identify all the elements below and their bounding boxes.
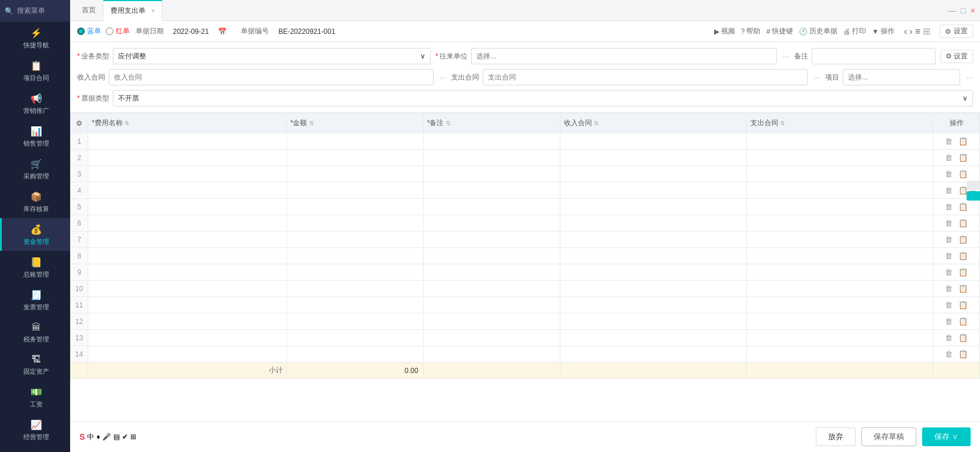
- save-draft-button[interactable]: 保存草稿: [861, 427, 916, 446]
- sidebar-item-sales[interactable]: 📊销售管理: [0, 120, 70, 153]
- maximize-button[interactable]: □: [961, 6, 965, 15]
- delete-icon[interactable]: 🗑: [945, 186, 953, 195]
- copy-icon[interactable]: 📋: [958, 137, 968, 146]
- amount-cell[interactable]: [286, 166, 423, 182]
- expense-contract-cell[interactable]: [746, 330, 933, 346]
- delete-icon[interactable]: 🗑: [945, 153, 953, 162]
- sidebar-item-tax[interactable]: 🏛税务管理: [0, 316, 70, 349]
- delete-icon[interactable]: 🗑: [945, 202, 953, 211]
- expense-name-cell[interactable]: [88, 182, 287, 199]
- note-cell[interactable]: [423, 232, 560, 248]
- delete-icon[interactable]: 🗑: [945, 268, 953, 277]
- sidebar-item-accounting[interactable]: 📒总账管理: [0, 251, 70, 284]
- income-contract-cell[interactable]: [560, 182, 746, 199]
- expense-name-col-header[interactable]: *费用名称 ⇅: [88, 113, 287, 133]
- tab-home[interactable]: 首页: [75, 0, 103, 21]
- note-cell[interactable]: [423, 264, 560, 281]
- tab-close-expense[interactable]: ×: [151, 8, 155, 14]
- sidebar-item-business[interactable]: 📈经营管理: [0, 413, 70, 446]
- sidebar-item-project-contract[interactable]: 📋项目合同: [0, 54, 70, 87]
- amount-cell[interactable]: [286, 264, 423, 281]
- sidebar-item-salary[interactable]: 💵工资: [0, 381, 70, 413]
- expense-name-cell[interactable]: [88, 232, 287, 248]
- copy-icon[interactable]: 📋: [958, 153, 968, 162]
- delete-icon[interactable]: 🗑: [945, 235, 953, 244]
- note-cell[interactable]: [423, 199, 560, 215]
- amount-cell[interactable]: [286, 297, 423, 313]
- expense-contract-cell[interactable]: [746, 281, 933, 297]
- income-contract-cell[interactable]: [560, 264, 746, 281]
- amount-cell[interactable]: [286, 313, 423, 330]
- toolbar-action-history[interactable]: 🕐历史单据: [799, 26, 837, 36]
- income-contract-cell[interactable]: [560, 346, 746, 363]
- delete-icon[interactable]: 🗑: [945, 317, 953, 326]
- income-contract-dots[interactable]: ···: [439, 73, 446, 82]
- copy-icon[interactable]: 📋: [958, 350, 968, 358]
- remark-input[interactable]: [812, 48, 936, 64]
- expense-contract-cell[interactable]: [746, 297, 933, 313]
- note-cell[interactable]: [423, 297, 560, 313]
- sidebar-item-quick-nav[interactable]: ⚡快捷导航: [0, 22, 70, 54]
- toolbar-action-print[interactable]: 🖨打印: [843, 26, 866, 36]
- expense-name-cell[interactable]: [88, 264, 287, 281]
- copy-icon[interactable]: 📋: [958, 202, 968, 211]
- expense-name-cell[interactable]: [88, 346, 287, 363]
- amount-cell[interactable]: [286, 133, 423, 150]
- expense-contract-cell[interactable]: [746, 215, 933, 232]
- expense-name-cell[interactable]: [88, 248, 287, 264]
- income-contract-cell[interactable]: [560, 232, 746, 248]
- amount-cell[interactable]: [286, 150, 423, 166]
- income-contract-input[interactable]: [109, 69, 434, 85]
- radio-red[interactable]: 红单: [106, 26, 130, 36]
- amount-cell[interactable]: [286, 346, 423, 363]
- list-view-button[interactable]: ≡: [915, 26, 920, 37]
- expense-name-cell[interactable]: [88, 281, 287, 297]
- copy-icon[interactable]: 📋: [958, 219, 968, 227]
- settings-col-header[interactable]: ⚙: [71, 113, 88, 133]
- nav-prev-button[interactable]: ‹: [904, 26, 907, 37]
- expense-contract-cell[interactable]: [746, 248, 933, 264]
- income-contract-cell[interactable]: [560, 330, 746, 346]
- note-tab[interactable]: 备注: [967, 191, 980, 201]
- note-cell[interactable]: [423, 166, 560, 182]
- sidebar-item-fixed-assets[interactable]: 🏗固定资产: [0, 349, 70, 381]
- expense-name-cell[interactable]: [88, 297, 287, 313]
- attachment-tab[interactable]: 附件: [967, 181, 980, 190]
- sidebar-item-basic-info[interactable]: ℹ基础信息: [0, 446, 70, 452]
- income-contract-cell[interactable]: [560, 199, 746, 215]
- expense-contract-cell[interactable]: [746, 346, 933, 363]
- sidebar-item-marketing[interactable]: 📢营销推广: [0, 87, 70, 120]
- radio-blue[interactable]: 蓝单: [77, 26, 101, 36]
- sidebar-search[interactable]: 🔍 搜索菜单: [0, 0, 70, 22]
- note-cell[interactable]: [423, 133, 560, 150]
- sidebar-item-capital[interactable]: 💰资金管理: [0, 218, 70, 251]
- note-col-header[interactable]: *备注 ⇅: [423, 113, 560, 133]
- expense-contract-cell[interactable]: [746, 150, 933, 166]
- counterpart-input[interactable]: [471, 48, 777, 64]
- note-cell[interactable]: [423, 346, 560, 363]
- expense-name-cell[interactable]: [88, 199, 287, 215]
- nav-next-button[interactable]: ›: [909, 26, 912, 37]
- expense-name-cell[interactable]: [88, 313, 287, 330]
- delete-icon[interactable]: 🗑: [945, 333, 953, 342]
- expense-contract-cell[interactable]: [746, 182, 933, 199]
- expense-contract-input[interactable]: [483, 69, 808, 85]
- toolbar-action-help[interactable]: ?帮助: [741, 26, 761, 36]
- calendar-icon[interactable]: 📅: [218, 27, 227, 36]
- copy-icon[interactable]: 📋: [958, 284, 968, 293]
- settings-button[interactable]: ⚙ 设置: [940, 25, 973, 38]
- business-type-select[interactable]: 应付调整 ∨: [113, 48, 431, 64]
- discard-button[interactable]: 放弃: [816, 427, 856, 446]
- expense-contract-cell[interactable]: [746, 166, 933, 182]
- close-button[interactable]: ×: [971, 6, 975, 15]
- expense-contract-cell[interactable]: [746, 133, 933, 150]
- delete-icon[interactable]: 🗑: [945, 284, 953, 293]
- delete-icon[interactable]: 🗑: [945, 350, 953, 358]
- amount-cell[interactable]: [286, 232, 423, 248]
- sidebar-item-inventory[interactable]: 📦库存核算: [0, 185, 70, 218]
- form-settings-button[interactable]: ⚙ 设置: [940, 50, 973, 63]
- delete-icon[interactable]: 🗑: [945, 301, 953, 309]
- toolbar-action-shortcut[interactable]: #快捷键: [766, 26, 793, 36]
- note-cell[interactable]: [423, 281, 560, 297]
- note-cell[interactable]: [423, 248, 560, 264]
